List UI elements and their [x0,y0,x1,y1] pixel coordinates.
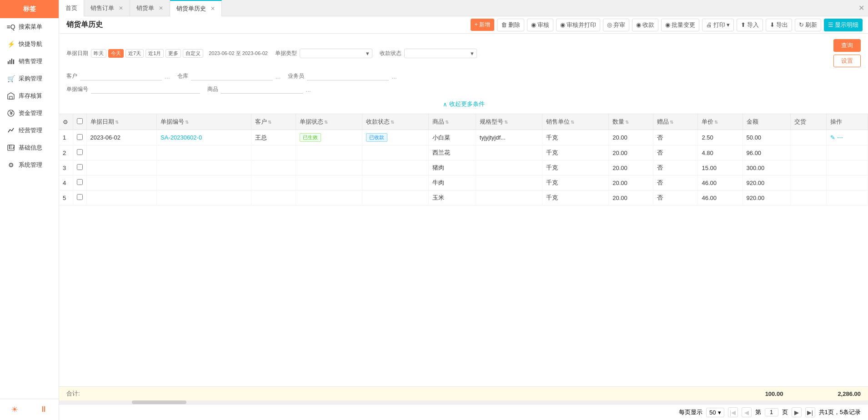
more-action-link[interactable]: ⋯ [837,134,843,141]
col-unit-price: 单价⇅ [698,114,743,130]
cell-actions[interactable]: ✎⋯ [827,130,868,145]
print-button[interactable]: 🖨 打印 ▾ [702,19,734,31]
date-btn-more[interactable]: 更多 [166,49,181,58]
sidebar-bottom-icon1[interactable]: ☀ [9,403,20,416]
per-page-select[interactable]: 50 ▾ [706,408,724,417]
filter-warehouse-label: 仓库 [177,72,188,80]
collect-button[interactable]: ◉ 收款 [632,19,658,31]
sort-doc-date-icon[interactable]: ⇅ [115,120,119,125]
sort-doc-no-icon[interactable]: ⇅ [185,120,189,125]
review-print-button[interactable]: ◉ 审核并打印 [556,19,600,31]
edit-action-link[interactable]: ✎ [830,134,835,141]
sidebar-item-inventory[interactable]: 库存核算 [0,87,59,105]
batch-change-button[interactable]: ◉ 批量变更 [661,19,699,31]
date-btn-custom[interactable]: 自定义 [183,49,203,58]
sort-doc-status-icon[interactable]: ⇅ [324,120,328,125]
doc-no-link[interactable]: SA-20230602-0 [161,134,202,141]
filter-goods-input[interactable] [221,85,303,94]
cell-actions[interactable] [827,160,868,175]
header-area: 销货单历史 + 新增 🗑 删除 ◉ 审核 ◉ 审核并打印 ◎ 弃审 ◉ 收款 [59,16,868,34]
sidebar-item-purchase-mgmt[interactable]: 🛒 采购管理 [0,70,59,87]
date-btn-7days[interactable]: 近7天 [125,49,144,58]
cell-trade [790,190,827,205]
sort-gift-icon[interactable]: ⇅ [670,120,673,125]
sidebar-item-system-mgmt[interactable]: ⚙ 系统管理 [0,156,59,174]
sidebar-item-quick-nav[interactable]: ⚡ 快捷导航 [0,35,59,53]
col-settings[interactable]: ⚙ [59,114,73,130]
date-btn-today[interactable]: 今天 [108,49,124,58]
tab-sales-order-close[interactable]: ✕ [119,5,123,11]
sidebar-bottom-icon2[interactable]: ⏸ [38,403,50,416]
sidebar-item-search-menu[interactable]: ≡Q 搜索菜单 [0,18,59,35]
collapse-icon: ∧ [443,101,447,108]
sidebar-item-finance-mgmt[interactable]: ¥ 资金管理 [0,105,59,122]
sort-payment-status-icon[interactable]: ⇅ [391,120,394,125]
next-page-button[interactable]: ▶ [792,407,802,417]
last-page-button[interactable]: ▶| [805,407,815,417]
filter-docno-label: 单据编号 [66,85,88,93]
show-details-icon: ☰ [828,21,833,28]
row-checkbox[interactable] [77,164,83,170]
tab-sales-delivery[interactable]: 销货单 ✕ [130,0,170,16]
date-btn-yesterday[interactable]: 昨天 [91,49,106,58]
row-checkbox[interactable] [77,179,83,185]
cell-actions[interactable] [827,190,868,205]
date-btn-1month[interactable]: 近1月 [146,49,164,58]
horizontal-scrollbar[interactable] [59,400,868,404]
filter-customer-input[interactable] [80,72,162,80]
cell-index: 2 [59,145,73,160]
filter-payment-status-select[interactable]: ▾ [404,49,477,58]
page-number-input[interactable] [765,408,778,416]
delete-button[interactable]: 🗑 删除 [497,19,524,31]
row-checkbox[interactable] [77,134,83,140]
filter-doctype-select[interactable]: ▾ [300,49,372,58]
sidebar-item-basic-info[interactable]: EA 基础信息 [0,139,59,156]
review-button[interactable]: ◉ 审核 [527,19,553,31]
collapse-filter-button[interactable]: ∧ 收起更多条件 [66,100,861,108]
sort-spec-icon[interactable]: ⇅ [504,120,508,125]
refresh-button[interactable]: ↻ 刷新 [795,19,821,31]
sort-quantity-icon[interactable]: ⇅ [625,120,629,125]
settings-gear-icon[interactable]: ⚙ [63,119,68,125]
filter-date-field: 单据日期 昨天 今天 近7天 近1月 更多 自定义 2023-06-02 至 2… [66,49,268,58]
setting-button[interactable]: 设置 [833,55,861,67]
row-checkbox[interactable] [77,194,83,200]
filter-warehouse-input[interactable] [191,72,273,80]
cell-amount: 920.00 [743,175,790,190]
row-checkbox[interactable] [77,149,83,155]
scrollbar-thumb[interactable] [132,400,186,404]
col-checkbox[interactable] [73,114,86,130]
first-page-button[interactable]: |◀ [728,407,738,417]
tab-sales-order[interactable]: 销售订单 ✕ [84,0,130,16]
tab-sales-history-close[interactable]: ✕ [211,5,215,12]
filter-goods-dots[interactable]: ... [306,86,311,93]
sidebar-item-sales-mgmt[interactable]: 销售管理 [0,53,59,70]
sort-sales-unit-icon[interactable]: ⇅ [571,120,574,125]
cell-doc-date [86,175,157,190]
sort-unit-price-icon[interactable]: ⇅ [714,120,718,125]
new-button[interactable]: + 新增 [471,19,494,31]
import-button[interactable]: ⬆ 导入 [737,19,763,31]
filter-salesperson-input[interactable] [307,72,389,80]
cell-actions[interactable] [827,145,868,160]
filter-warehouse-dots[interactable]: ... [276,73,281,80]
tab-sales-delivery-close[interactable]: ✕ [159,5,163,11]
filter-docno-input[interactable] [91,85,200,94]
filter-salesperson-dots[interactable]: ... [391,73,397,80]
export-button[interactable]: ⬇ 导出 [766,19,792,31]
sort-goods-icon[interactable]: ⇅ [445,120,449,125]
prev-page-button[interactable]: ◀ [742,407,752,417]
svg-rect-2 [11,59,12,64]
tab-sales-history[interactable]: 销货单历史 ✕ [170,0,222,16]
cell-actions[interactable] [827,175,868,190]
cell-payment-status [362,145,428,160]
filter-customer-dots[interactable]: ... [165,73,170,80]
show-details-button[interactable]: ☰ 显示明细 [824,19,863,31]
select-all-checkbox[interactable] [77,118,83,124]
tab-home[interactable]: 首页 [59,0,84,16]
sort-customer-icon[interactable]: ⇅ [268,120,271,125]
sidebar-item-operations-mgmt[interactable]: 经营管理 [0,122,59,139]
abandon-button[interactable]: ◎ 弃审 [603,19,629,31]
tab-bar-close-all[interactable]: ✕ [858,4,868,12]
query-button[interactable]: 查询 [833,39,861,52]
